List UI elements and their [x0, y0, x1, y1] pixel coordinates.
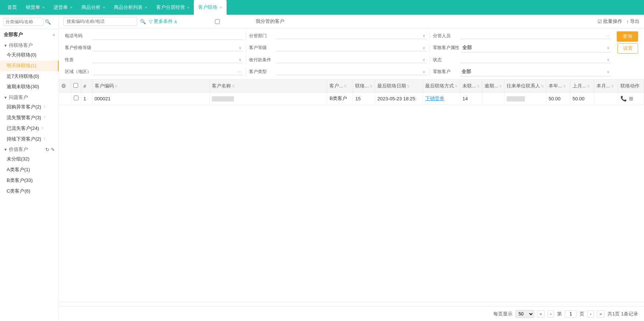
edit-icon[interactable]: ✎ [51, 147, 55, 152]
sidebar-item-continuous-down[interactable]: 持续下滑客户(2) ? [0, 134, 59, 145]
sidebar-item-7days[interactable]: 近7天待联络(0) [0, 71, 59, 82]
filter-nature-select[interactable]: ∨ [92, 56, 243, 63]
filter-scatter-attr-select[interactable]: 全部 ∨ [461, 43, 611, 52]
triangle-down-icon: ▼ [4, 96, 7, 100]
next-page-btn[interactable]: › [587, 310, 594, 318]
filter-row-4: 区域（地区） ··· 客户类型 ∨ [65, 67, 611, 76]
phone-icon[interactable]: 📞 [620, 96, 627, 101]
col-uncontacted[interactable]: 未联... ⇅ [460, 80, 482, 93]
refresh-icon[interactable]: ↻ [45, 147, 49, 152]
filter-price-tier-select[interactable]: ∨ [93, 45, 243, 51]
col-this-year[interactable]: 本年... ⇅ [546, 80, 570, 93]
col-name[interactable]: 客户名称 ⇅ [210, 80, 327, 93]
col-unit-contact[interactable]: 往来单位联系人 ⇅ [504, 80, 546, 93]
last-page-btn[interactable]: » [597, 310, 605, 318]
nav-sales[interactable]: 销货单 × [21, 0, 49, 15]
chevron-down-icon: ∨ [239, 46, 241, 50]
filter-customer-tier-select[interactable]: ∨ [276, 45, 427, 51]
chevron-down-icon: ∨ [423, 34, 425, 38]
nav-customer-contact[interactable]: 客户联络 × [194, 0, 226, 15]
select-all-checkbox[interactable] [73, 83, 78, 88]
close-icon[interactable]: × [70, 5, 72, 10]
prev-page-btn[interactable]: ‹ [547, 310, 554, 318]
page-size-select[interactable]: 50 10 20 100 [515, 310, 534, 318]
col-code[interactable]: 客户编码 ⇅ [92, 80, 210, 93]
filter-status-select[interactable]: ∨ [460, 56, 611, 63]
col-last-month[interactable]: 上月... ⇅ [570, 80, 594, 93]
filter-scatter-customer-select[interactable]: 全部 ∨ [460, 67, 611, 76]
filter-dept-select[interactable]: ∨ [276, 32, 427, 39]
search-icon[interactable]: 🔍 [140, 19, 146, 24]
filter-customer-type-select[interactable]: ∨ [276, 69, 427, 75]
sidebar-item-a-class[interactable]: A类客户(1) [0, 165, 59, 175]
filter-payment-select[interactable]: ∨ [276, 56, 427, 63]
grid-icon[interactable]: ⊞ [629, 96, 633, 101]
search-icon[interactable]: 🔍 [45, 19, 51, 25]
filter-region-select[interactable]: ··· [93, 69, 243, 75]
pagination: 每页显示 50 10 20 100 « ‹ 第 页 › » 共1页 1条记录 [59, 306, 644, 321]
sidebar: 🔍 全部客户 « ▼ 待联络客户 今天待联络(0) 明天待联络(1) 近7天待联… [0, 15, 59, 321]
sidebar-item-tomorrow[interactable]: 明天待联络(1) [0, 61, 59, 71]
nav-goods-analysis-list[interactable]: 商品分析列表 × [109, 0, 151, 15]
col-this-month[interactable]: 本月... ⇅ [594, 80, 618, 93]
my-customers-checkbox[interactable] [181, 19, 254, 24]
row-checkbox[interactable] [74, 96, 78, 100]
filter-phone-input[interactable] [92, 32, 243, 40]
nav-home[interactable]: 首页 [3, 0, 21, 15]
bulk-action-btn[interactable]: ☑ 批量操作 [598, 18, 622, 25]
all-customers-header[interactable]: 全部客户 « [0, 29, 59, 40]
cell-overdue [482, 93, 504, 105]
sidebar-item-lost-potential[interactable]: 流失预警客户(3) ? [0, 113, 59, 123]
divider [246, 68, 246, 76]
sidebar-item-b-class[interactable]: B类客户(33) [0, 175, 59, 186]
sort-icon: ⇅ [455, 84, 458, 88]
close-icon[interactable]: × [42, 5, 45, 10]
set-button[interactable]: 设置 [617, 43, 638, 54]
more-conditions-btn[interactable]: ▽ 更多条件 ∧ [149, 18, 178, 25]
sidebar-group-pending[interactable]: ▼ 待联络客户 [0, 40, 59, 50]
sidebar-item-overdue[interactable]: 逾期未联络(30) [0, 82, 59, 92]
query-button[interactable]: 查询 [617, 31, 638, 42]
col-overdue[interactable]: 逾期... ⇅ [482, 80, 504, 93]
filter-icon: ▽ [149, 19, 153, 24]
close-icon[interactable]: × [103, 5, 105, 10]
col-customer-type[interactable]: 客户... ⇅ [327, 80, 353, 93]
settings-icon[interactable]: ⚙ [61, 83, 66, 89]
cell-last-contact-date: 2023-05-23 18:25: [375, 93, 423, 105]
sidebar-group-problem[interactable]: ▼ 问题客户 [0, 92, 59, 102]
close-icon[interactable]: × [220, 5, 222, 10]
nav-purchase[interactable]: 进货单 × [49, 0, 77, 15]
export-btn[interactable]: ↑ 导出 [627, 18, 640, 25]
sidebar-item-unclassified[interactable]: 未分组(32) [0, 154, 59, 165]
close-icon[interactable]: × [187, 5, 189, 10]
sidebar-search-input[interactable] [3, 18, 43, 26]
sidebar-item-repurchase-anomaly[interactable]: 回购异常客户(2) ? [0, 102, 59, 113]
filter-phone: 电话号码 [65, 32, 243, 40]
col-contact-count[interactable]: 联络... ⇅ [353, 80, 375, 93]
horizontal-scrollbar[interactable] [59, 302, 644, 306]
help-icon: ? [41, 126, 43, 131]
filter-scatter-customer: 零散客户 全部 ∨ [433, 67, 611, 76]
col-last-contact-method[interactable]: 最后联络方式 ⇅ [423, 80, 460, 93]
last-contact-method-link[interactable]: 下销货单 [425, 96, 444, 101]
nav-goods-analysis[interactable]: 商品分析 × [77, 0, 109, 15]
table-row: 1 000021 B类客户 15 2023-05-23 18:25: 下销货单 … [59, 93, 644, 105]
nav-customer-tier[interactable]: 客户分层经营 × [152, 0, 194, 15]
close-icon[interactable]: × [145, 5, 147, 10]
search-input[interactable] [63, 17, 137, 26]
page-number-input[interactable] [565, 310, 577, 318]
first-page-btn[interactable]: « [537, 310, 545, 318]
sidebar-group-value[interactable]: ▼ 价值客户 ↻ ✎ [0, 144, 59, 154]
sidebar-item-lost[interactable]: 已流失客户(24) ? [0, 123, 59, 134]
my-customers-checkbox-label[interactable]: 我分管的客户 [181, 18, 284, 25]
cell-customer-type: B类客户 [327, 93, 353, 105]
col-last-contact-date[interactable]: 最后联络日期 ⇅ [375, 80, 423, 93]
top-nav: 首页 销货单 × 进货单 × 商品分析 × 商品分析列表 × 客户分层经营 × … [0, 0, 644, 15]
sidebar-item-today[interactable]: 今天待联络(0) [0, 50, 59, 61]
filter-person-select[interactable]: ··· [460, 32, 611, 39]
content-area: 🔍 ▽ 更多条件 ∧ 我分管的客户 ☑ 批量操作 ↑ 导出 [59, 15, 644, 321]
chevron-down-icon: ∨ [423, 58, 425, 62]
sidebar-item-c-class[interactable]: C类客户(6) [0, 186, 59, 197]
cell-code: 000021 [92, 93, 210, 105]
cell-last-month: 50.00 [570, 93, 594, 105]
